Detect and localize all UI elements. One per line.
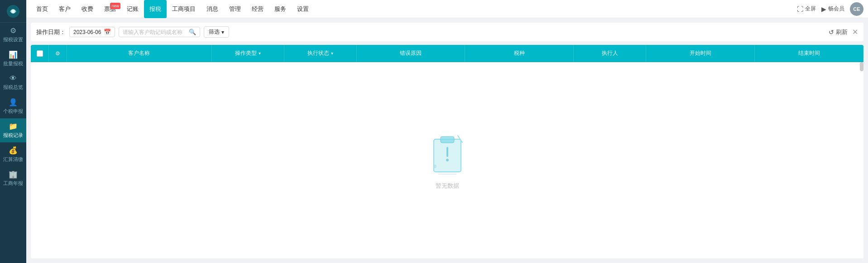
member-btn[interactable]: ▶ 畅会员 [821,5,844,13]
th-operation-type[interactable]: 操作类型 ▾ [212,45,284,62]
th-executor: 执行人 [574,45,646,62]
table-container: ⚙ 客户名称 操作类型 ▾ 执行状态 ▾ 错误原因 税种 [31,45,863,258]
topnav-items: 首页 客户 收费 票据 new 记账 报税 工商项目 消息 [31,0,797,18]
empty-illustration [427,131,468,176]
filter-button[interactable]: 筛选 ▾ [204,26,229,38]
date-picker[interactable]: 2023-06-06 📅 [69,27,115,37]
sidebar-item-baoshuishezhi[interactable]: ⚙ 报税设置 [0,23,26,47]
sidebar-item-geshuishenbaoo[interactable]: 👤 个税申报 [0,94,26,118]
calendar-icon: 📅 [104,29,111,35]
nav-item-fuwu[interactable]: 服务 [269,0,292,18]
nav-item-shezhi[interactable]: 设置 [292,0,314,18]
sidebar-item-huisuanqingsuan[interactable]: 💰 汇算清缴 [0,142,26,166]
baoshuishezhi-icon: ⚙ [10,26,16,35]
refresh-icon: ↺ [829,29,834,36]
settings-icon: ⚙ [55,50,60,57]
table-header: ⚙ 客户名称 操作类型 ▾ 执行状态 ▾ 错误原因 税种 [31,45,863,62]
header-checkbox[interactable] [37,50,43,57]
sidebar: ⚙ 报税设置 📊 批量报税 👁 报税总览 👤 个税申报 📁 报税记录 💰 汇算清… [0,0,26,263]
search-box: 🔍 [119,27,200,37]
chevron-down-icon: ▾ [221,29,224,35]
svg-marker-9 [456,135,460,137]
th-settings[interactable]: ⚙ [49,45,67,62]
close-button[interactable]: ✕ [852,28,858,36]
sidebar-item-baoshuijilu[interactable]: 📁 报税记录 [0,118,26,142]
nav-item-shoufei[interactable]: 收费 [76,0,99,18]
sidebar-item-gongshangnianbaoo[interactable]: 🏢 工商年报 [0,166,26,190]
th-customer-name: 客户名称 [67,45,212,62]
user-avatar[interactable]: CE [850,2,863,16]
th-tax-type: 税种 [465,45,574,62]
th-end-time: 结束时间 [755,45,863,62]
table-body: 暂无数据 [31,62,863,258]
toolbar: 操作日期： 2023-06-06 📅 🔍 筛选 ▾ ↺ 刷新 ✕ [31,23,863,41]
svg-point-10 [434,165,436,168]
sidebar-logo [0,0,26,23]
content: 操作日期： 2023-06-06 📅 🔍 筛选 ▾ ↺ 刷新 ✕ [26,18,868,263]
gongshangnianbaoo-icon: 🏢 [9,170,18,179]
svg-rect-4 [441,136,454,143]
empty-text: 暂无数据 [436,182,459,190]
date-label: 操作日期： [36,28,66,36]
search-input[interactable] [123,29,189,35]
exec-status-filter-icon: ▾ [331,51,333,56]
fullscreen-btn[interactable]: ⛶ 全屏 [797,5,816,13]
baoshuizonglan-icon: 👁 [10,74,17,83]
topnav-right: ⛶ 全屏 ▶ 畅会员 CE [797,2,863,16]
th-exec-status[interactable]: 执行状态 ▾ [284,45,357,62]
main-area: 首页 客户 收费 票据 new 记账 报税 工商项目 消息 [26,0,868,263]
nav-item-xiaoxi[interactable]: 消息 [201,0,224,18]
th-error-reason: 错误原因 [357,45,465,62]
baoshuijilu-icon: 📁 [9,122,18,131]
nav-item-customer[interactable]: 客户 [53,0,76,18]
th-start-time: 开始时间 [646,45,755,62]
sidebar-item-baoshuizonglan[interactable]: 👁 报税总览 [0,71,26,94]
nav-item-piaoju[interactable]: 票据 new [99,0,121,18]
nav-item-jizhang[interactable]: 记账 [121,0,144,18]
search-icon[interactable]: 🔍 [189,29,196,35]
member-icon: ▶ [821,5,826,13]
svg-point-7 [446,159,449,161]
geshuishenbao-icon: 👤 [9,98,18,107]
huisuanqingsuan-icon: 💰 [9,146,18,155]
topnav: 首页 客户 收费 票据 new 记账 报税 工商项目 消息 [26,0,868,18]
sidebar-item-pilianbaoshui[interactable]: 📊 批量报税 [0,47,26,71]
scrollbar[interactable] [860,62,863,71]
nav-item-home[interactable]: 首页 [31,0,53,18]
toolbar-right: ↺ 刷新 ✕ [829,28,858,36]
empty-state: 暂无数据 [427,131,468,190]
nav-item-jingying[interactable]: 经营 [246,0,269,18]
pilianbaoshui-icon: 📊 [9,50,18,59]
fullscreen-icon: ⛶ [797,5,803,13]
nav-item-guanli[interactable]: 管理 [224,0,246,18]
nav-item-gongshang[interactable]: 工商项目 [167,0,201,18]
th-checkbox[interactable] [31,45,49,62]
svg-point-1 [11,10,15,13]
nav-item-baoshui[interactable]: 报税 [144,0,167,18]
new-badge: new [110,3,120,9]
refresh-button[interactable]: ↺ 刷新 [829,28,848,36]
operation-type-filter-icon: ▾ [259,51,261,56]
svg-rect-6 [446,147,448,157]
